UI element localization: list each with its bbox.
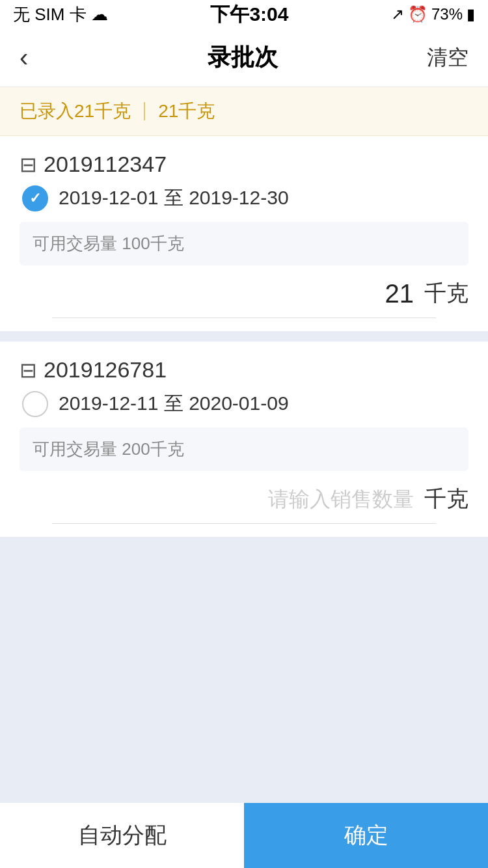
batch1-qty-row: 21 千克 xyxy=(0,265,488,308)
batch1-date-row: 2019-12-01 至 2019-12-30 xyxy=(20,185,468,211)
battery-icon: ▮ xyxy=(467,5,475,23)
sim-label: 无 SIM 卡 ☁ xyxy=(13,3,108,26)
batch2-date: 2019-12-11 至 2020-01-09 xyxy=(59,390,289,417)
batch1-qty-value: 21 xyxy=(385,279,414,308)
status-time: 下午3:04 xyxy=(210,1,288,28)
batch1-header: ⊟ 2019112347 xyxy=(20,152,468,177)
batch2-unit: 千克 xyxy=(424,484,468,514)
batch1-radio[interactable] xyxy=(22,185,48,211)
batch2-avail-text: 可用交易量 200千克 xyxy=(33,439,184,459)
status-right: ↗ ⏰ 73% ▮ xyxy=(391,5,475,23)
batch1-id: 2019112347 xyxy=(44,152,167,177)
bottom-bar: 自动分配 确定 xyxy=(0,803,488,868)
status-left: 无 SIM 卡 ☁ xyxy=(13,3,108,26)
info-banner: 已录入21千克 21千克 xyxy=(0,87,488,136)
clear-button[interactable]: 清空 xyxy=(427,44,468,72)
batch2-radio[interactable] xyxy=(22,391,48,417)
nav-bar: ‹ 录批次 清空 xyxy=(0,29,488,87)
batch2-avail: 可用交易量 200千克 xyxy=(20,427,468,471)
gray-area xyxy=(0,537,488,823)
batch1-avail-text: 可用交易量 100千克 xyxy=(33,234,184,253)
batch1-date: 2019-12-01 至 2019-12-30 xyxy=(59,185,289,211)
batch2-underline xyxy=(52,523,436,524)
info-label: 已录入21千克 xyxy=(20,99,131,124)
batch1-divider xyxy=(52,318,436,318)
info-amount: 21千克 xyxy=(158,99,215,124)
page-title: 录批次 xyxy=(208,42,278,74)
info-divider xyxy=(144,102,145,120)
battery-label: 73% xyxy=(431,5,463,23)
batch1-icon: ⊟ xyxy=(20,152,37,177)
batch-item-2: ⊟ 2019126781 2019-12-11 至 2020-01-09 可用交… xyxy=(0,342,488,471)
batch2-input-row: 千克 xyxy=(0,471,488,514)
confirm-button[interactable]: 确定 xyxy=(244,803,488,868)
location-icon: ↗ xyxy=(391,5,404,23)
status-bar: 无 SIM 卡 ☁ 下午3:04 ↗ ⏰ 73% ▮ xyxy=(0,0,488,29)
batch2-id: 2019126781 xyxy=(44,357,167,383)
batch2-qty-input[interactable] xyxy=(219,487,414,511)
batch-item-1: ⊟ 2019112347 2019-12-01 至 2019-12-30 可用交… xyxy=(0,136,488,265)
batch2-date-row: 2019-12-11 至 2020-01-09 xyxy=(20,390,468,417)
alarm-icon: ⏰ xyxy=(408,5,427,23)
back-button[interactable]: ‹ xyxy=(20,43,59,72)
batch2-icon: ⊟ xyxy=(20,358,37,383)
batch1-avail: 可用交易量 100千克 xyxy=(20,222,468,265)
batch1-qty-unit: 千克 xyxy=(424,278,468,308)
batch2-header: ⊟ 2019126781 xyxy=(20,357,468,383)
auto-distribute-button[interactable]: 自动分配 xyxy=(0,803,244,868)
section-gap-1 xyxy=(0,331,488,342)
